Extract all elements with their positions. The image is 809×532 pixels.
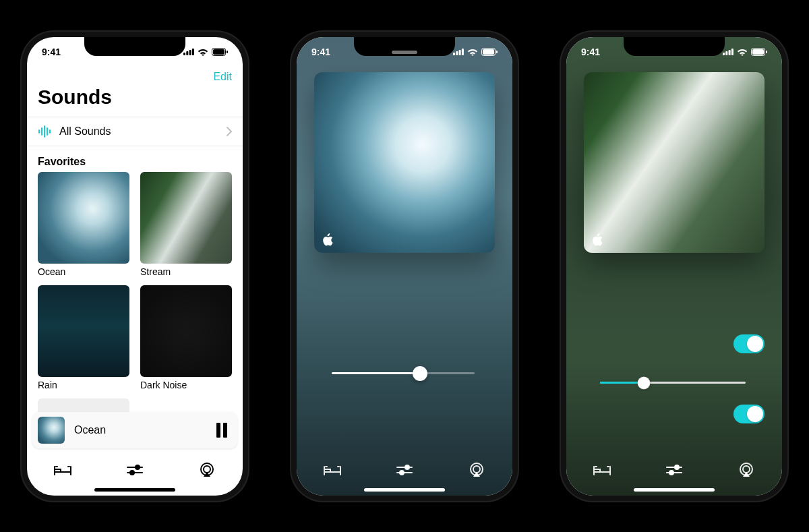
mini-player-title: Ocean bbox=[74, 424, 106, 436]
use-when-media-toggle[interactable] bbox=[733, 334, 765, 353]
sheet-grabber[interactable] bbox=[392, 51, 417, 54]
svg-rect-38 bbox=[725, 51, 727, 55]
wifi-icon bbox=[467, 48, 478, 56]
all-sounds-label: All Sounds bbox=[59, 125, 111, 138]
edit-button[interactable]: Edit bbox=[27, 67, 243, 83]
svg-rect-13 bbox=[223, 423, 227, 438]
wifi-icon bbox=[737, 48, 748, 56]
pause-button[interactable] bbox=[216, 423, 228, 438]
phone-now-playing-stream: 9:41 Stream bbox=[560, 30, 789, 502]
spatial-audio-toggle[interactable] bbox=[733, 405, 765, 423]
apple-logo-icon bbox=[322, 233, 333, 246]
svg-rect-1 bbox=[186, 51, 188, 55]
notch bbox=[84, 37, 185, 56]
tile-thumb-rain bbox=[38, 285, 129, 377]
tab-bar bbox=[566, 450, 782, 490]
tile-label: Dark Noise bbox=[140, 377, 232, 396]
svg-point-34 bbox=[400, 471, 404, 475]
tile-stream[interactable]: Stream bbox=[140, 172, 232, 283]
svg-point-19 bbox=[204, 466, 210, 473]
phone-now-playing-ocean: 9:41 Ocean bbox=[290, 30, 519, 502]
tile-thumb-stream bbox=[140, 172, 232, 264]
cellular-icon bbox=[723, 48, 733, 55]
cellular-icon bbox=[453, 48, 464, 55]
tab-airplay[interactable] bbox=[462, 455, 491, 485]
svg-rect-12 bbox=[216, 423, 220, 438]
volume-thumb[interactable] bbox=[413, 366, 427, 381]
apple-logo-icon bbox=[592, 233, 603, 246]
svg-point-45 bbox=[675, 465, 679, 469]
mini-player[interactable]: Ocean bbox=[32, 412, 237, 448]
svg-rect-0 bbox=[183, 53, 185, 55]
mini-player-art bbox=[38, 417, 65, 444]
svg-rect-37 bbox=[723, 53, 725, 55]
svg-rect-42 bbox=[752, 49, 764, 55]
tab-sleep[interactable] bbox=[587, 455, 617, 485]
tab-bar bbox=[27, 450, 243, 490]
svg-rect-21 bbox=[456, 51, 458, 55]
svg-point-32 bbox=[405, 465, 409, 469]
favorites-header: Favorites bbox=[27, 146, 243, 172]
phone-library: 9:41 Edit Sounds All Sounds bbox=[20, 30, 249, 502]
waveform-icon bbox=[38, 125, 51, 138]
svg-rect-25 bbox=[483, 49, 494, 55]
volume-track[interactable] bbox=[332, 372, 475, 374]
svg-point-15 bbox=[136, 465, 140, 469]
tile-label: Rain bbox=[38, 377, 129, 396]
all-sounds-row[interactable]: All Sounds bbox=[27, 117, 243, 146]
tab-mixer[interactable] bbox=[659, 455, 689, 485]
svg-rect-39 bbox=[729, 50, 731, 55]
svg-rect-5 bbox=[213, 49, 224, 55]
now-playing-art[interactable] bbox=[314, 72, 495, 253]
tile-label: Stream bbox=[140, 264, 232, 283]
svg-rect-43 bbox=[766, 51, 767, 53]
now-playing-art[interactable] bbox=[584, 72, 765, 253]
tab-bar bbox=[297, 450, 512, 490]
home-indicator[interactable] bbox=[634, 488, 715, 492]
volume-track[interactable] bbox=[600, 382, 746, 384]
svg-rect-3 bbox=[192, 49, 194, 55]
tab-airplay[interactable] bbox=[731, 455, 761, 485]
battery-icon bbox=[751, 48, 767, 56]
svg-rect-2 bbox=[189, 50, 191, 55]
svg-rect-22 bbox=[459, 50, 461, 55]
home-indicator[interactable] bbox=[364, 488, 445, 492]
tab-mixer[interactable] bbox=[120, 455, 150, 485]
tile-ocean[interactable]: Ocean bbox=[38, 172, 129, 283]
tile-rain[interactable]: Rain bbox=[38, 285, 129, 396]
cellular-icon bbox=[183, 48, 194, 55]
tile-dark-noise[interactable]: Dark Noise bbox=[140, 285, 232, 396]
screen-library: 9:41 Edit Sounds All Sounds bbox=[27, 37, 243, 496]
tab-sleep[interactable] bbox=[318, 455, 347, 485]
svg-rect-40 bbox=[731, 49, 733, 55]
battery-icon bbox=[481, 48, 498, 56]
svg-point-36 bbox=[473, 466, 480, 473]
tile-thumb-ocean bbox=[38, 172, 129, 264]
tab-mixer[interactable] bbox=[390, 455, 419, 485]
svg-rect-6 bbox=[227, 51, 228, 53]
svg-point-49 bbox=[743, 466, 750, 473]
svg-rect-20 bbox=[453, 53, 455, 55]
notch bbox=[624, 37, 725, 56]
battery-icon bbox=[212, 48, 228, 56]
svg-point-47 bbox=[669, 471, 673, 475]
svg-rect-26 bbox=[496, 51, 498, 53]
wifi-icon bbox=[198, 48, 208, 56]
tab-sleep[interactable] bbox=[48, 455, 78, 485]
screen-now-playing-settings: 9:41 Stream bbox=[566, 37, 782, 496]
home-indicator[interactable] bbox=[94, 488, 175, 492]
volume-thumb[interactable] bbox=[638, 377, 650, 389]
tile-thumb-dark bbox=[140, 285, 232, 377]
svg-point-17 bbox=[130, 471, 134, 475]
tab-airplay[interactable] bbox=[192, 455, 222, 485]
volume-fill bbox=[332, 372, 420, 374]
svg-rect-23 bbox=[462, 49, 464, 55]
chevron-right-icon bbox=[227, 127, 232, 136]
tile-label: Ocean bbox=[38, 264, 129, 283]
page-title: Sounds bbox=[27, 83, 243, 117]
screen-now-playing: 9:41 Ocean bbox=[297, 37, 512, 496]
